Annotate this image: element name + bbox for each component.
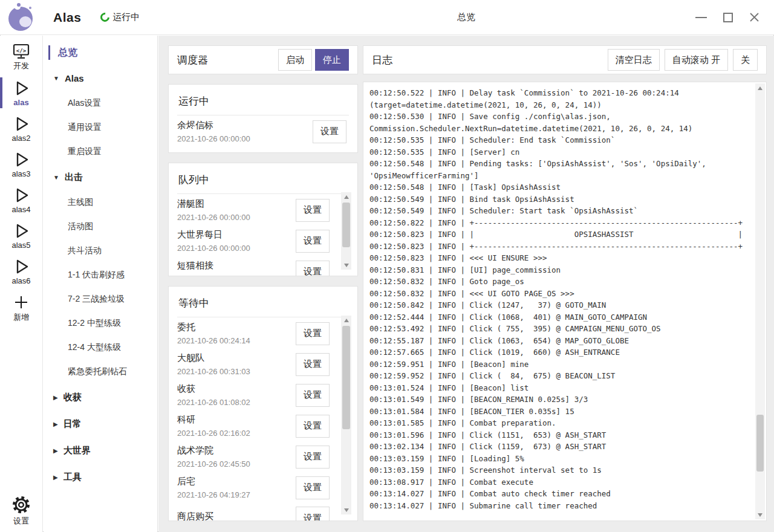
- log-line: 00:13:01.524 | INFO | [Beacon] list: [369, 382, 748, 394]
- task-setting-button[interactable]: 设置: [296, 322, 330, 345]
- pending-card: 队列中 潜艇图 2021-10-26 00:00:00 设置: [168, 163, 358, 276]
- autoscroll-on-button[interactable]: 自动滚动 开: [665, 49, 728, 71]
- play-icon: [12, 258, 30, 276]
- task-setting-button[interactable]: 设置: [296, 261, 330, 277]
- sidebar-item-alas[interactable]: alas: [0, 76, 42, 110]
- menu-item[interactable]: 1-1 伏击刷好感: [44, 263, 157, 287]
- menu-item[interactable]: ▶ 大世界: [44, 437, 157, 464]
- menu-item[interactable]: ▶ 日常: [44, 410, 157, 437]
- task-setting-button[interactable]: 设置: [313, 120, 346, 143]
- menu-item[interactable]: 7-2 三战捡垃圾: [44, 287, 157, 311]
- task-setting-button[interactable]: 设置: [296, 415, 330, 438]
- task-next-run-time: 2021-10-26 02:16:02: [177, 429, 296, 438]
- menu-item[interactable]: 活动图: [44, 215, 157, 239]
- task-setting-button[interactable]: 设置: [296, 230, 330, 253]
- close-icon[interactable]: [749, 12, 759, 22]
- task-setting-button[interactable]: 设置: [296, 446, 330, 469]
- menu-item-label: 总览: [58, 47, 77, 59]
- sidebar-item-label: 设置: [13, 516, 29, 527]
- log-line: 00:13:01.584 | INFO | [BEACON_TIER 0.035…: [369, 406, 748, 418]
- log-line: 00:12:50.549 | INFO | Scheduler: Start t…: [369, 205, 748, 217]
- menu-item-label: 活动图: [68, 221, 93, 232]
- menu-item[interactable]: 共斗活动: [44, 239, 157, 263]
- autoscroll-off-button[interactable]: 关: [733, 49, 758, 71]
- task-setting-button[interactable]: 设置: [296, 476, 330, 499]
- menu-item[interactable]: ▶ 收获: [44, 384, 157, 410]
- log-line: 00:13:01.549 | INFO | [BEACON_REMAIN 0.0…: [369, 394, 748, 406]
- sidebar-item-add-instance[interactable]: 新增: [0, 290, 42, 326]
- section-arrow-icon: ▶: [53, 474, 58, 481]
- sidebar-item-alas3[interactable]: alas3: [0, 147, 42, 181]
- menu-item[interactable]: 总览: [44, 41, 157, 65]
- scroll-down-icon[interactable]: [341, 261, 351, 270]
- sidebar-item-alas5[interactable]: alas5: [0, 218, 42, 253]
- running-card-title: 运行中: [177, 91, 349, 115]
- menu-sidebar: 总览 ▼ Alas Alas设置 通用设置 重启设置 ▼: [44, 36, 158, 532]
- task-setting-button[interactable]: 设置: [296, 199, 330, 222]
- pending-card-title: 队列中: [177, 169, 349, 194]
- log-line: 00:13:14.027 | INFO | Submarine call tim…: [369, 500, 748, 512]
- scroll-up-icon[interactable]: [341, 316, 351, 325]
- running-task-list: 余烬信标 2021-10-26 00:00:00 设置: [177, 115, 349, 146]
- scroll-down-icon[interactable]: [341, 505, 351, 514]
- menu-item-label: 收获: [63, 392, 82, 403]
- task-name: 大世界每日: [177, 229, 296, 241]
- task-name: 委托: [177, 322, 296, 333]
- scrollbar-thumb[interactable]: [342, 203, 350, 247]
- log-scrollbar[interactable]: [755, 83, 765, 519]
- menu-item[interactable]: ▶ 工具: [44, 464, 157, 490]
- task-row: 大世界每日 2021-10-26 00:00:00 设置: [177, 225, 332, 256]
- menu-item[interactable]: 通用设置: [44, 115, 157, 140]
- menu-item[interactable]: ▼ Alas: [44, 65, 157, 91]
- menu-item[interactable]: 主线图: [44, 190, 157, 215]
- log-line: 00:12:57.665 | INFO | Click (1019, 660) …: [369, 346, 748, 358]
- log-line: 00:12:50.548 | INFO | Pending tasks: ['O…: [369, 158, 748, 170]
- code-monitor-icon: </>: [12, 43, 30, 60]
- menu-item[interactable]: 12-2 中型练级: [44, 311, 157, 336]
- task-setting-button[interactable]: 设置: [296, 353, 330, 376]
- waiting-scrollbar[interactable]: [341, 316, 351, 514]
- scrollbar-thumb[interactable]: [756, 415, 764, 472]
- clear-log-button[interactable]: 清空日志: [608, 49, 660, 71]
- task-row: 商店购买 设置: [177, 502, 332, 521]
- log-line: 00:12:50.823 | INFO | <<< UI ENSURE >>>: [369, 252, 748, 264]
- menu-item-label: 工具: [63, 472, 82, 483]
- task-name: 后宅: [177, 476, 296, 487]
- task-next-run-time: 2021-10-26 00:00:00: [177, 213, 296, 222]
- sidebar-item-alas6[interactable]: alas6: [0, 254, 42, 288]
- menu-item[interactable]: 紧急委托刷钻石: [44, 360, 157, 384]
- task-row: 后宅 2021-10-26 04:19:27 设置: [177, 472, 332, 502]
- scheduler-stop-button[interactable]: 停止: [315, 49, 349, 71]
- main-content: 调度器 启动 停止 运行中 余烬信标 2021-10-26 00:00:00: [158, 36, 774, 532]
- log-output[interactable]: 00:12:50.522 | INFO | Delay task `Commis…: [369, 87, 748, 511]
- task-name: 大舰队: [177, 352, 296, 364]
- sidebar-item-alas4[interactable]: alas4: [0, 183, 42, 217]
- scroll-up-icon[interactable]: [755, 83, 765, 92]
- menu-item-label: 主线图: [68, 197, 93, 208]
- minimize-icon[interactable]: [695, 17, 707, 18]
- task-next-run-time: 2021-10-26 02:45:50: [177, 459, 296, 469]
- task-row: 大舰队 2021-10-26 00:31:03 设置: [177, 348, 332, 379]
- task-name: 余烬信标: [177, 120, 313, 131]
- sidebar-item-label: 开发: [13, 60, 29, 71]
- scrollbar-thumb[interactable]: [342, 326, 350, 429]
- play-icon: [12, 222, 30, 240]
- menu-item-label: 7-2 三战捡垃圾: [68, 294, 125, 305]
- menu-item-label: 1-1 伏击刷好感: [68, 270, 125, 281]
- menu-item[interactable]: Alas设置: [44, 91, 157, 115]
- menu-item-label: 紧急委托刷钻石: [68, 366, 127, 377]
- scheduler-start-button[interactable]: 启动: [278, 49, 312, 71]
- maximize-icon[interactable]: [723, 13, 733, 22]
- menu-item[interactable]: ▼ 出击: [44, 164, 157, 190]
- scroll-up-icon[interactable]: [341, 192, 351, 201]
- menu-item[interactable]: 重启设置: [44, 140, 157, 164]
- sidebar-item-settings[interactable]: 设置: [0, 491, 42, 530]
- sidebar-item-dev[interactable]: </> 开发: [0, 39, 42, 74]
- pending-scrollbar[interactable]: [341, 192, 351, 270]
- log-line: 00:12:50.842 | INFO | Click (1247, 37) @…: [369, 299, 748, 311]
- scroll-down-icon[interactable]: [755, 510, 765, 519]
- sidebar-item-alas2[interactable]: alas2: [0, 111, 42, 146]
- task-setting-button[interactable]: 设置: [296, 384, 330, 407]
- menu-item[interactable]: 12-4 大型练级: [44, 336, 157, 360]
- task-setting-button[interactable]: 设置: [296, 507, 330, 521]
